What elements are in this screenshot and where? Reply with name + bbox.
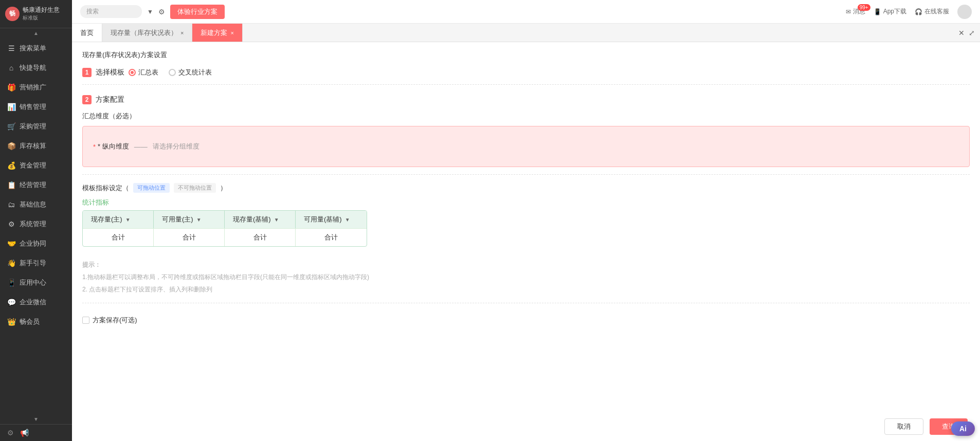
- section2-divider: [82, 174, 970, 175]
- section1-header: 1 选择模板 汇总表 交叉统计表: [82, 68, 970, 77]
- stat-table-wrap: 统计指标 现存量(主) ▼ 可用量(主) ▼: [82, 198, 970, 248]
- sales-icon: 📊: [7, 103, 15, 111]
- non-draggable-badge: 不可拖动位置: [174, 183, 216, 193]
- tab-home[interactable]: 首页: [72, 24, 102, 42]
- section-choose-template: 1 选择模板 汇总表 交叉统计表: [82, 68, 970, 85]
- sidebar-item-sales[interactable]: 📊 销售管理: [0, 97, 72, 117]
- app-download-button[interactable]: 📱 App下载: [874, 7, 906, 16]
- stat-cell-2: 合计: [225, 229, 296, 246]
- dim-arrow: ——: [134, 143, 148, 151]
- sidebar: 畅 畅康通好生意 标准版 ▲ ☰ 搜索菜单 ⌂ 快捷导航 🎁 营销推广 📊 销售…: [0, 0, 72, 441]
- tip-item-0: 1.拖动标题栏可以调整布局，不可跨维度或指标区域拖动栏目字段(只能在同一维度或指…: [82, 271, 970, 283]
- headset-icon: 🎧: [915, 8, 922, 15]
- purchase-icon: 🛒: [7, 122, 15, 131]
- speaker-icon[interactable]: 📢: [20, 429, 29, 437]
- radio-summary[interactable]: 汇总表: [129, 68, 158, 77]
- sidebar-item-search-menu[interactable]: ☰ 搜索菜单: [0, 39, 72, 58]
- settings-icon[interactable]: ⚙: [7, 429, 14, 437]
- stat-cell-3: 合计: [296, 229, 367, 246]
- topbar-right: ✉ 消息 99+ 📱 App下载 🎧 在线客服: [846, 5, 972, 19]
- gear-icon[interactable]: ⚙: [158, 8, 165, 16]
- topbar-left: 搜索 ▼ ⚙ 体验行业方案: [80, 5, 225, 19]
- save-checkbox[interactable]: [82, 317, 89, 324]
- sidebar-scroll-down[interactable]: ▼: [0, 414, 72, 424]
- app-logo: 畅 畅康通好生意 标准版: [0, 0, 72, 28]
- user-avatar[interactable]: [957, 5, 972, 19]
- sidebar-scroll-up[interactable]: ▲: [0, 28, 72, 39]
- logo-icon: 畅: [5, 7, 20, 21]
- tips-section: 提示： 1.拖动标题栏可以调整布局，不可跨维度或指标区域拖动栏目字段(只能在同一…: [82, 259, 970, 296]
- sidebar-bottom: ⚙ 📢: [0, 424, 72, 441]
- tab-expand-icon[interactable]: ⤢: [969, 29, 975, 37]
- sidebar-item-inventory[interactable]: 📦 库存核算: [0, 136, 72, 156]
- indicator-settings: 模板指标设定（ 可拖动位置 不可拖动位置 ） 统计指标 现存量(主) ▼: [82, 183, 970, 248]
- sidebar-item-finance[interactable]: 💰 资金管理: [0, 156, 72, 175]
- app-center-icon: 📱: [7, 279, 15, 287]
- sidebar-item-basic-info[interactable]: 🗂 基础信息: [0, 195, 72, 214]
- wechat-icon: 💬: [7, 298, 15, 306]
- stat-title: 统计指标: [82, 198, 970, 207]
- sidebar-item-wechat[interactable]: 💬 企业微信: [0, 292, 72, 312]
- save-label: 方案保存(可选): [93, 316, 137, 325]
- messages-button[interactable]: ✉ 消息 99+: [846, 7, 865, 16]
- vertical-dim-label: * 纵向维度: [98, 142, 129, 151]
- stat-col-0[interactable]: 现存量(主) ▼: [83, 211, 154, 228]
- ai-fab-button[interactable]: Ai: [951, 421, 975, 436]
- sidebar-item-newcomer[interactable]: 👋 新手引导: [0, 253, 72, 273]
- tab-close-all-icon[interactable]: ✕: [958, 29, 965, 37]
- template-options: 汇总表 交叉统计表: [129, 68, 212, 77]
- dimension-area[interactable]: * * 纵向维度 —— 请选择分组维度: [82, 126, 970, 167]
- col3-chevron-icon: ▼: [345, 217, 350, 223]
- member-icon: 👑: [7, 318, 15, 326]
- operations-icon: 📋: [7, 181, 15, 189]
- stat-col-3[interactable]: 可用量(基辅) ▼: [296, 211, 367, 228]
- section1-divider: [82, 84, 970, 85]
- tab-new-plan-close-icon[interactable]: ×: [230, 30, 233, 36]
- section2-label: 方案配置: [96, 95, 124, 104]
- online-service-button[interactable]: 🎧 在线客服: [915, 7, 949, 16]
- tabs-bar: 首页 现存量（库存状况表） × 新建方案 × ✕ ⤢: [72, 24, 980, 42]
- sidebar-item-quick-nav[interactable]: ⌂ 快捷导航: [0, 58, 72, 78]
- dropdown-arrow-icon[interactable]: ▼: [147, 8, 153, 15]
- tips-title: 提示：: [82, 261, 101, 268]
- message-icon: ✉: [846, 8, 851, 15]
- sidebar-item-system[interactable]: ⚙ 系统管理: [0, 214, 72, 234]
- sidebar-item-member[interactable]: 👑 畅会员: [0, 312, 72, 332]
- section2-num: 2: [82, 95, 92, 104]
- sidebar-item-app-center[interactable]: 📱 应用中心: [0, 273, 72, 292]
- sidebar-item-marketing[interactable]: 🎁 营销推广: [0, 78, 72, 97]
- search-box: 搜索: [80, 5, 142, 18]
- sidebar-item-operations[interactable]: 📋 经营管理: [0, 175, 72, 195]
- radio-summary-dot: [129, 69, 136, 76]
- tab-inventory-close-icon[interactable]: ×: [180, 30, 184, 36]
- main-area: 搜索 ▼ ⚙ 体验行业方案 ✉ 消息 99+ 📱 App下载 🎧 在线客服: [72, 0, 980, 441]
- stat-cell-1: 合计: [154, 229, 225, 246]
- stat-col-2[interactable]: 现存量(基辅) ▼: [225, 211, 296, 228]
- messages-badge: 99+: [858, 4, 870, 11]
- required-mark: *: [93, 143, 96, 151]
- indicator-label: 模板指标设定（ 可拖动位置 不可拖动位置 ）: [82, 183, 970, 193]
- basic-info-icon: 🗂: [7, 200, 15, 209]
- tab-inventory[interactable]: 现存量（库存状况表） ×: [102, 24, 192, 42]
- sidebar-item-purchase[interactable]: 🛒 采购管理: [0, 117, 72, 136]
- newcomer-icon: 👋: [7, 259, 15, 267]
- stat-col-1[interactable]: 可用量(主) ▼: [154, 211, 225, 228]
- tab-new-plan[interactable]: 新建方案 ×: [192, 24, 242, 42]
- finance-icon: 💰: [7, 161, 15, 170]
- search-menu-icon: ☰: [7, 44, 15, 52]
- logo-text: 畅康通好生意 标准版: [23, 6, 60, 22]
- radio-cross[interactable]: 交叉统计表: [169, 68, 212, 77]
- section2-bottom-divider: [82, 303, 970, 303]
- trial-button[interactable]: 体验行业方案: [170, 5, 225, 19]
- quick-nav-icon: ⌂: [7, 64, 15, 72]
- cancel-button[interactable]: 取消: [884, 418, 923, 435]
- stat-cell-0: 合计: [83, 229, 154, 246]
- inventory-icon: 📦: [7, 142, 15, 150]
- radio-cross-dot: [169, 69, 176, 76]
- enterprise-icon: 🤝: [7, 240, 15, 248]
- col1-chevron-icon: ▼: [196, 217, 202, 223]
- sidebar-item-enterprise[interactable]: 🤝 企业协同: [0, 234, 72, 253]
- col0-chevron-icon: ▼: [125, 217, 131, 223]
- system-icon: ⚙: [7, 220, 15, 228]
- section-plan-config: 2 方案配置 汇总维度（必选） * * 纵向维度 —— 请选择分组维度 模板指标…: [82, 95, 970, 303]
